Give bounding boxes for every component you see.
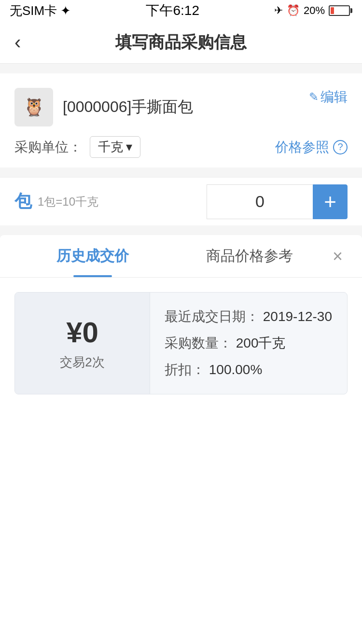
edit-icon: ✎ — [309, 90, 319, 104]
product-icon: 🦉 — [14, 88, 53, 126]
product-left: 🦉 [0000006]手撕面包 — [14, 88, 193, 126]
quantity-control: 0 + — [207, 184, 348, 219]
qty-conversion: 1包=10千克 — [38, 194, 98, 210]
discount-label: 折扣： — [165, 362, 205, 377]
plus-icon: + — [324, 191, 336, 212]
recent-date-row: 最近成交日期： 2019-12-30 — [165, 307, 333, 326]
price-card: ¥0 交易2次 最近成交日期： 2019-12-30 采购数量： 200千克 折… — [14, 292, 348, 394]
dropdown-arrow-icon: ▾ — [126, 140, 132, 154]
discount-value: 100.00% — [209, 362, 263, 377]
tab-history-price[interactable]: 历史成交价 — [14, 235, 171, 277]
recent-date-label: 最近成交日期： — [165, 309, 259, 324]
edit-button[interactable]: ✎ 编辑 — [309, 88, 348, 106]
price-left-panel: ¥0 交易2次 — [15, 293, 150, 394]
product-header: 🦉 [0000006]手撕面包 ✎ 编辑 — [14, 88, 348, 126]
history-content: ¥0 交易2次 最近成交日期： 2019-12-30 采购数量： 200千克 折… — [0, 278, 362, 409]
qty-input[interactable]: 0 — [207, 184, 313, 219]
help-icon: ? — [333, 140, 348, 154]
price-trade-count: 交易2次 — [60, 354, 104, 371]
status-left: 无SIM卡 ✦ — [10, 2, 71, 19]
status-bar: 无SIM卡 ✦ 下午6:12 ✈ ⏰ 20% — [0, 0, 362, 21]
tab-history-label: 历史成交价 — [56, 246, 129, 266]
qty-value: 0 — [255, 192, 265, 211]
purchase-unit-row: 采购单位： 千克 ▾ 价格参照 ? — [14, 136, 348, 158]
recent-date-value: 2019-12-30 — [263, 309, 332, 324]
nav-bar: ‹ 填写商品采购信息 — [0, 21, 362, 64]
qty-unit: 包 — [14, 190, 32, 213]
quantity-section: 包 1包=10千克 0 + — [0, 177, 362, 225]
product-name: [0000006]手撕面包 — [63, 97, 193, 118]
purchase-qty-value: 200千克 — [236, 336, 286, 350]
status-right: ✈ ⏰ 20% — [274, 4, 352, 17]
purchase-qty-row: 采购数量： 200千克 — [165, 334, 333, 352]
location-icon: ✈ — [274, 4, 283, 17]
price-amount: ¥0 — [66, 316, 98, 349]
discount-row: 折扣： 100.00% — [165, 360, 333, 379]
price-ref-label: 价格参照 — [275, 138, 329, 156]
qty-plus-button[interactable]: + — [313, 184, 348, 219]
product-section: 🦉 [0000006]手撕面包 ✎ 编辑 采购单位： 千克 ▾ 价格参照 ? — [0, 73, 362, 168]
battery-icon — [329, 5, 352, 16]
close-button[interactable]: × — [328, 241, 348, 271]
tab-product-price-label: 商品价格参考 — [206, 246, 293, 266]
bottom-area — [0, 409, 362, 644]
status-time: 下午6:12 — [146, 1, 199, 20]
purchase-qty-label: 采购数量： — [165, 336, 232, 350]
alarm-icon: ⏰ — [287, 4, 300, 17]
price-ref-button[interactable]: 价格参照 ? — [275, 138, 348, 156]
back-button[interactable]: ‹ — [10, 27, 26, 58]
quantity-label: 包 1包=10千克 — [14, 190, 98, 213]
carrier-text: 无SIM卡 ✦ — [10, 2, 71, 19]
page-title: 填写商品采购信息 — [115, 31, 247, 54]
tab-active-underline — [73, 275, 112, 277]
tabs-section: 历史成交价 商品价格参考 × ¥0 交易2次 最近成交日期： 2019-12-3… — [0, 235, 362, 409]
purchase-unit-left: 采购单位： 千克 ▾ — [14, 136, 140, 158]
tabs-header: 历史成交价 商品价格参考 × — [0, 235, 362, 278]
edit-label: 编辑 — [320, 88, 348, 106]
unit-selector[interactable]: 千克 ▾ — [90, 136, 140, 158]
price-right-panel: 最近成交日期： 2019-12-30 采购数量： 200千克 折扣： 100.0… — [150, 293, 347, 394]
tab-product-price-ref[interactable]: 商品价格参考 — [171, 235, 327, 277]
purchase-unit-label: 采购单位： — [14, 138, 82, 156]
owl-icon: 🦉 — [23, 97, 45, 117]
unit-value: 千克 — [98, 139, 123, 155]
battery-percent: 20% — [304, 4, 325, 17]
